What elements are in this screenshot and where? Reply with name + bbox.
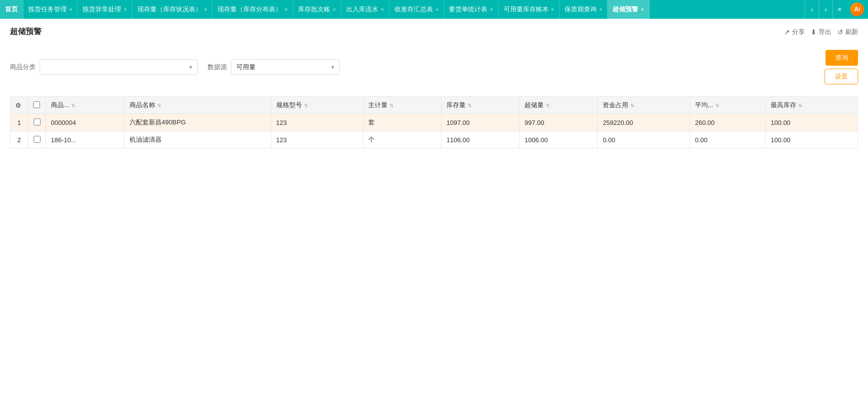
table-row: 1 0000004 六配套新昌490BPG 123 套 1097.00 997.…: [10, 114, 858, 131]
nav-tab-demand[interactable]: 要货单统计表 ×: [444, 0, 498, 19]
datasource-filter-group: 数据源 可用量 ▾: [208, 59, 340, 75]
sort-avg[interactable]: 平均... ⇅: [695, 101, 719, 110]
nav-tab-overstock[interactable]: 超储预警 ×: [608, 0, 649, 19]
th-overstock[interactable]: 超储量 ⇅: [520, 97, 598, 114]
table-row: 2 186-10... 机油滤清器 123 个 1106.00 1006.00 …: [10, 131, 858, 149]
row-checkbox-cell[interactable]: [28, 131, 46, 149]
th-unit[interactable]: 主计量 ⇅: [363, 97, 441, 114]
share-label: 分享: [792, 28, 805, 37]
close-available-icon[interactable]: ×: [551, 6, 554, 12]
close-exception-icon[interactable]: ×: [124, 6, 127, 12]
sort-stock-icon: ⇅: [468, 103, 472, 108]
th-name[interactable]: 商品名称 ⇅: [124, 97, 271, 114]
row-code: 0000004: [46, 114, 125, 131]
th-capital[interactable]: 资金占用 ⇅: [598, 97, 690, 114]
row-max-stock: 100.00: [766, 114, 858, 131]
close-demand-icon[interactable]: ×: [490, 6, 493, 12]
datasource-select[interactable]: 可用量 ▾: [231, 59, 340, 75]
settings-button[interactable]: 设置: [825, 69, 858, 84]
sort-unit[interactable]: 主计量 ⇅: [368, 101, 393, 110]
th-stock[interactable]: 库存量 ⇅: [441, 97, 520, 114]
close-batch-icon[interactable]: ×: [333, 6, 336, 12]
sort-code[interactable]: 商品... ⇅: [51, 101, 75, 110]
nav-close-button[interactable]: ×: [832, 0, 846, 19]
th-code[interactable]: 商品... ⇅: [46, 97, 125, 114]
refresh-icon: ↺: [837, 28, 843, 36]
close-summary-icon[interactable]: ×: [435, 6, 438, 12]
refresh-label: 刷新: [845, 28, 858, 37]
export-icon: ⬇: [811, 28, 817, 36]
sort-overstock[interactable]: 超储量 ⇅: [524, 101, 550, 110]
top-navigation: 首页 拣货任务管理 × 拣货异常处理 × 现存量（库存状况表） × 现存量（库存…: [0, 0, 868, 19]
close-flow-icon[interactable]: ×: [381, 6, 384, 12]
page-title: 超储预警: [10, 27, 42, 37]
export-button[interactable]: ⬇ 导出: [811, 28, 831, 37]
filter-buttons: 查询 设置: [825, 50, 858, 84]
close-task-icon[interactable]: ×: [69, 6, 72, 12]
row-spec: 123: [271, 131, 363, 149]
th-spec[interactable]: 规格型号 ⇅: [271, 97, 363, 114]
th-name-label: 商品名称: [130, 101, 155, 110]
row-stock: 1097.00: [441, 114, 520, 131]
th-max-stock[interactable]: 最高库存 ⇅: [766, 97, 858, 114]
query-button[interactable]: 查询: [825, 50, 858, 66]
sort-name[interactable]: 商品名称 ⇅: [130, 101, 161, 110]
nav-tab-home[interactable]: 首页: [0, 0, 23, 19]
nav-tab-stock-status[interactable]: 现存量（库存状况表） ×: [132, 0, 213, 19]
nav-prev-button[interactable]: ‹: [805, 0, 819, 19]
avatar-initials: Ai: [854, 6, 860, 13]
nav-tab-task[interactable]: 拣货任务管理 ×: [23, 0, 78, 19]
sort-capital[interactable]: 资金占用 ⇅: [603, 101, 634, 110]
row-checkbox[interactable]: [34, 118, 41, 125]
nav-tab-available[interactable]: 可用量库存账本 ×: [499, 0, 560, 19]
nav-tab-stock-dist[interactable]: 现存量（库存分布表） ×: [213, 0, 293, 19]
row-capital: 259220.00: [598, 114, 690, 131]
avatar[interactable]: Ai: [850, 2, 864, 16]
sort-avg-icon: ⇅: [715, 103, 719, 108]
th-checkbox[interactable]: [28, 97, 46, 114]
row-checkbox[interactable]: [34, 136, 41, 143]
nav-tab-exception[interactable]: 拣货异常处理 ×: [78, 0, 132, 19]
sort-name-icon: ⇅: [157, 103, 161, 108]
select-all-checkbox[interactable]: [33, 101, 40, 108]
header-actions: ↗ 分享 ⬇ 导出 ↺ 刷新: [784, 28, 858, 37]
row-stock: 1106.00: [441, 131, 520, 149]
close-stock-dist-icon[interactable]: ×: [284, 6, 287, 12]
sort-spec[interactable]: 规格型号 ⇅: [276, 101, 308, 110]
row-num: 1: [10, 114, 28, 131]
refresh-button[interactable]: ↺ 刷新: [837, 28, 858, 37]
data-table: ⚙ 商品... ⇅ 商品名称 ⇅: [10, 96, 858, 149]
row-checkbox-cell[interactable]: [28, 114, 46, 131]
sort-stock[interactable]: 库存量 ⇅: [446, 101, 472, 110]
gear-icon[interactable]: ⚙: [15, 102, 21, 109]
nav-tab-batch[interactable]: 库存批次账 ×: [293, 0, 341, 19]
row-max-stock: 100.00: [766, 131, 858, 149]
row-avg: 260.00: [690, 114, 765, 131]
nav-next-button[interactable]: ›: [819, 0, 832, 19]
share-button[interactable]: ↗ 分享: [784, 28, 805, 37]
th-avg[interactable]: 平均... ⇅: [690, 97, 765, 114]
close-overstock-icon[interactable]: ×: [641, 6, 644, 12]
row-num: 2: [10, 131, 28, 149]
summary-tab-label: 收发存汇总表: [394, 5, 433, 14]
close-expiry-icon[interactable]: ×: [599, 6, 602, 12]
datasource-chevron-icon: ▾: [331, 64, 334, 71]
row-capital: 0.00: [598, 131, 690, 149]
nav-tab-flow[interactable]: 出入库流水 ×: [341, 0, 389, 19]
th-max-stock-label: 最高库存: [771, 101, 796, 110]
category-select[interactable]: ▾: [40, 59, 198, 75]
nav-tab-summary[interactable]: 收发存汇总表 ×: [390, 0, 444, 19]
th-avg-label: 平均...: [695, 101, 713, 110]
th-settings[interactable]: ⚙: [10, 97, 28, 114]
table-header-row: ⚙ 商品... ⇅ 商品名称 ⇅: [10, 97, 858, 114]
nav-tab-expiry[interactable]: 保质期查询 ×: [560, 0, 608, 19]
stock-status-tab-label: 现存量（库存状况表）: [137, 5, 202, 14]
sort-max-stock[interactable]: 最高库存 ⇅: [771, 101, 802, 110]
th-overstock-label: 超储量: [524, 101, 544, 110]
sort-code-icon: ⇅: [71, 103, 75, 108]
th-capital-label: 资金占用: [603, 101, 628, 110]
flow-tab-label: 出入库流水: [346, 5, 378, 14]
close-stock-status-icon[interactable]: ×: [204, 6, 207, 12]
row-overstock: 997.00: [520, 114, 598, 131]
expiry-tab-label: 保质期查询: [564, 5, 597, 14]
